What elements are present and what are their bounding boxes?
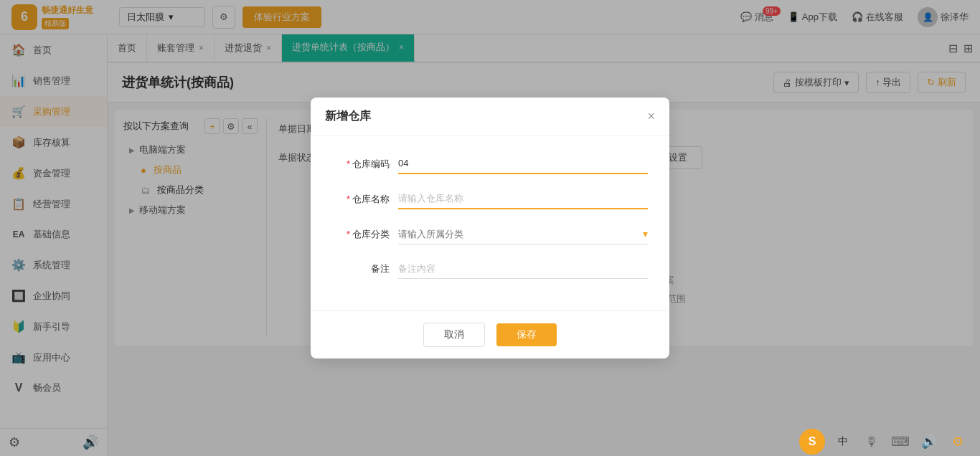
modal-footer: 取消 保存 — [311, 310, 669, 358]
warehouse-category-select-wrap[interactable]: ▾ — [398, 224, 648, 244]
warehouse-code-row: 仓库编码 — [332, 153, 648, 174]
warehouse-code-label: 仓库编码 — [332, 158, 390, 171]
warehouse-name-label: 仓库名称 — [332, 193, 390, 206]
warehouse-remark-label: 备注 — [332, 262, 390, 275]
warehouse-category-row: 仓库分类 ▾ — [332, 224, 648, 244]
save-button[interactable]: 保存 — [496, 323, 557, 346]
warehouse-name-row: 仓库名称 — [332, 189, 648, 209]
warehouse-code-input[interactable] — [398, 153, 648, 174]
warehouse-category-input[interactable] — [398, 229, 643, 239]
microphone-icon[interactable]: 🎙 — [861, 431, 882, 452]
warehouse-name-input[interactable] — [398, 189, 648, 209]
bottom-bar: S 中 🎙 ⌨ 🔊 ⚙ — [788, 427, 980, 456]
s-logo-icon: S — [799, 429, 825, 455]
modal-overlay[interactable]: 新增仓库 × 仓库编码 仓库名称 仓库分类 ▾ — [0, 0, 980, 456]
keyboard-icon[interactable]: ⌨ — [890, 431, 911, 452]
cancel-button[interactable]: 取消 — [423, 323, 485, 347]
warehouse-category-label: 仓库分类 — [332, 228, 390, 241]
category-dropdown-icon: ▾ — [643, 228, 648, 239]
warehouse-remark-row: 备注 — [332, 259, 648, 279]
chinese-icon[interactable]: 中 — [832, 431, 854, 452]
modal-title: 新增仓库 — [325, 109, 371, 124]
warehouse-remark-input[interactable] — [398, 259, 648, 279]
modal-header: 新增仓库 × — [311, 98, 669, 136]
add-warehouse-modal: 新增仓库 × 仓库编码 仓库名称 仓库分类 ▾ — [311, 98, 669, 358]
modal-close-button[interactable]: × — [647, 109, 655, 124]
modal-body: 仓库编码 仓库名称 仓库分类 ▾ 备注 — [311, 136, 669, 310]
settings-bottom-icon[interactable]: ⚙ — [947, 431, 969, 452]
speaker-icon[interactable]: 🔊 — [918, 431, 940, 452]
